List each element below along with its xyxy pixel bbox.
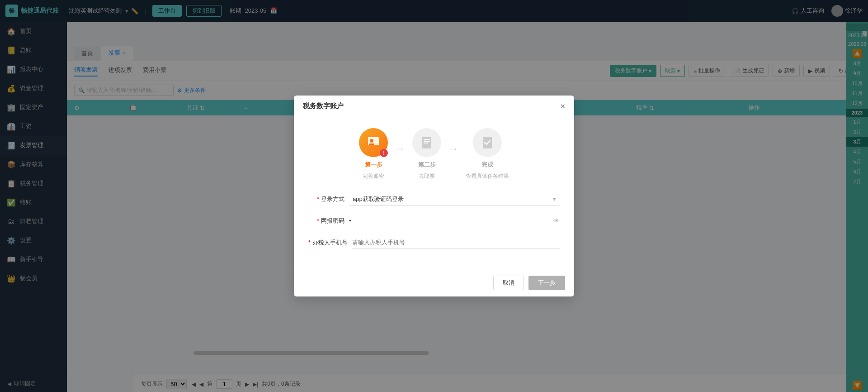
- step-1: ! 第一步 完善账密: [359, 128, 388, 180]
- cancel-button[interactable]: 取消: [493, 276, 524, 290]
- step-3: 完成 查看具体任务结果: [466, 128, 509, 180]
- modal-footer: 取消 下一步: [294, 269, 574, 296]
- svg-point-1: [370, 139, 373, 143]
- modal-title: 税务数字账户: [303, 102, 344, 110]
- password-label: * 网报密码: [308, 217, 349, 225]
- modal-header: 税务数字账户 ×: [294, 96, 574, 117]
- next-button[interactable]: 下一步: [528, 276, 565, 290]
- phone-label: * 办税人手机号: [308, 239, 352, 247]
- login-method-arrow-icon: ▾: [553, 196, 556, 202]
- step1-icon: !: [359, 128, 388, 157]
- modal-body: ! 第一步 完善账密 →: [294, 117, 574, 269]
- step1-label: 第一步: [365, 161, 382, 169]
- step-2: 第二步 去取票: [412, 128, 441, 180]
- step3-label: 完成: [481, 161, 493, 169]
- form-row-password: * 网报密码 👁: [308, 215, 560, 227]
- modal-close-button[interactable]: ×: [560, 102, 565, 110]
- password-field-wrapper: 👁: [349, 215, 560, 227]
- modal-overlay[interactable]: 税务数字账户 × ! 第一步 完善账密: [0, 0, 868, 392]
- step3-icon: [473, 128, 502, 157]
- svg-rect-2: [369, 143, 374, 145]
- svg-rect-6: [424, 143, 428, 143]
- login-method-select[interactable]: app获取验证码登录 ▾: [349, 193, 560, 206]
- step3-desc: 查看具体任务结果: [466, 172, 509, 180]
- form-row-phone: * 办税人手机号: [308, 236, 560, 249]
- step2-desc: 去取票: [419, 172, 435, 180]
- steps-indicator: ! 第一步 完善账密 →: [308, 128, 560, 180]
- step2-label: 第二步: [418, 161, 436, 169]
- step2-icon: [412, 128, 441, 157]
- step1-desc: 完善账密: [363, 172, 384, 180]
- step-arrow-2: →: [448, 143, 458, 166]
- login-method-label: * 登录方式: [308, 195, 349, 203]
- password-input[interactable]: [349, 217, 553, 224]
- modal-dialog: 税务数字账户 × ! 第一步 完善账密: [294, 96, 574, 296]
- form-row-login-method: * 登录方式 app获取验证码登录 ▾: [308, 193, 560, 206]
- phone-field-wrapper: [352, 236, 560, 249]
- phone-input[interactable]: [352, 239, 560, 246]
- svg-rect-5: [424, 141, 430, 142]
- eye-icon[interactable]: 👁: [553, 217, 560, 225]
- step-arrow-1: →: [395, 143, 405, 166]
- svg-rect-4: [424, 139, 430, 140]
